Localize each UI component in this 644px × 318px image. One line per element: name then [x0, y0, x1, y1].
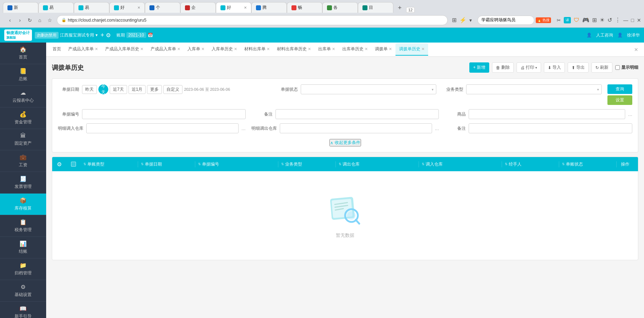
type-select[interactable] [466, 84, 602, 94]
tab-close-4[interactable]: ✕ [137, 6, 140, 10]
minimize-button[interactable]: — [623, 17, 628, 23]
shield-icon[interactable]: 🛡 [574, 17, 579, 23]
th-settings[interactable]: ⚙ [52, 161, 66, 168]
tab-close-material-out[interactable]: ✕ [267, 47, 270, 51]
sidebar-item-wages[interactable]: 💼 工资 [0, 150, 46, 172]
company-selector[interactable]: 勿删勿禁用 江西服宝测试专用 ▾ [35, 32, 98, 39]
browser-tab-9[interactable]: 畅 [287, 2, 322, 13]
refresh-button[interactable]: ↻ 刷新 [591, 62, 612, 73]
sidebar-item-invoice[interactable]: 🧾 发票管理 [0, 172, 46, 194]
tab-close-out-stock-history[interactable]: ✕ [365, 47, 368, 51]
tab-close-in-stock[interactable]: ✕ [201, 47, 204, 51]
browser-tab-4[interactable]: 好 ✕ [109, 2, 145, 13]
display-checkbox[interactable] [615, 65, 620, 70]
add-company-button[interactable]: + [100, 32, 104, 39]
print-button[interactable]: 🖨 打印 ▾ [517, 62, 541, 73]
tab-transfer-history[interactable]: 调拨单历史 ✕ [395, 43, 428, 56]
display-toggle[interactable]: 显示明细 [615, 65, 638, 71]
browser-tab-8[interactable]: 腾 [251, 2, 287, 13]
tab-product-in[interactable]: 产成品入库单 ✕ [65, 43, 102, 56]
address-bar[interactable]: 🔒 https://cloud.chanjet.com/accounting/u… [57, 15, 448, 25]
dropdown-icon[interactable]: ▾ [469, 17, 472, 23]
calendar-icon[interactable]: 📅 [148, 33, 153, 38]
export-button[interactable]: ⬆ 导出 [568, 62, 589, 73]
goods-dots-icon[interactable]: ... [628, 111, 632, 117]
th-in-warehouse[interactable]: ⇅ 调入仓库 [419, 161, 502, 167]
extensions-icon[interactable]: ⊞ [452, 17, 457, 23]
tab-close-transfer-history[interactable]: ✕ [421, 47, 425, 51]
sidebar-item-reports[interactable]: ☁ 云报表中心 [0, 86, 46, 107]
close-window-button[interactable]: ✕ [637, 17, 641, 23]
game-icon[interactable]: 🎮 [582, 17, 589, 23]
tab-in-stock[interactable]: 入库单 ✕ [184, 43, 208, 56]
browser-tab-2[interactable]: 易 [38, 2, 74, 13]
th-out-warehouse[interactable]: ⇅ 调出仓库 [336, 161, 419, 167]
detail-remark-input[interactable] [469, 123, 632, 133]
sidebar-item-archive[interactable]: 📁 归档管理 [0, 258, 46, 280]
tab-in-stock-history[interactable]: 入库单历史 ✕ [208, 43, 241, 56]
th-date[interactable]: ⇅ 单据日期 [138, 161, 196, 167]
th-handler[interactable]: ⇅ 经手人 [502, 161, 560, 167]
settings-filter-button[interactable]: 设置 [607, 95, 632, 105]
detail-in-dots-icon[interactable]: ... [241, 125, 246, 131]
tab-out-stock-history[interactable]: 出库单历史 ✕ [339, 43, 371, 56]
browser-tab-6[interactable]: 企 [180, 2, 216, 13]
more-button[interactable]: 更多 [147, 85, 162, 94]
yesterday-button[interactable]: 昨天 [82, 85, 97, 94]
refresh-button[interactable]: ↻ [26, 16, 34, 24]
sun-icon[interactable]: ☀ [600, 17, 605, 23]
menu-icon[interactable]: ⋮ [615, 17, 621, 23]
sidebar-item-fixed-assets[interactable]: 🏛 固定资产 [0, 129, 46, 150]
custom-button[interactable]: 自定义 [163, 85, 182, 94]
sidebar-item-settlement[interactable]: 📊 结账 [0, 237, 46, 258]
tab-close-product-in[interactable]: ✕ [95, 47, 98, 51]
new-tab-button[interactable]: + [395, 3, 405, 13]
back-button[interactable]: ‹ [6, 16, 14, 24]
sidebar-item-tax[interactable]: 📋 税务管理 [0, 215, 46, 237]
select-all-checkbox[interactable] [71, 162, 76, 167]
browser-tab-7[interactable]: 好 ✕ [216, 2, 251, 13]
sidebar-item-funds[interactable]: 💰 资金管理 [0, 107, 46, 129]
status-select-wrapper[interactable] [301, 84, 436, 94]
th-biz-type[interactable]: ⇅ 业务类型 [278, 161, 336, 167]
tab-close-material-out-history[interactable]: ✕ [308, 47, 311, 51]
search-input[interactable] [477, 16, 534, 25]
translate-icon[interactable]: 译 [564, 17, 571, 23]
th-number[interactable]: ⇅ 单据编号 [195, 161, 278, 167]
tab-close-7[interactable]: ✕ [244, 6, 247, 10]
th-status[interactable]: ⇅ 单账状态 [559, 161, 617, 167]
today-button[interactable]: 今天 [98, 84, 108, 94]
th-checkbox[interactable] [66, 162, 81, 167]
browser-tab-1[interactable]: 新 [3, 2, 38, 13]
tab-close-in-stock-history[interactable]: ✕ [234, 47, 237, 51]
7days-button[interactable]: 近7天 [110, 85, 127, 94]
cut-icon[interactable]: ✂ [557, 17, 561, 23]
detail-out-input[interactable] [280, 123, 432, 133]
tab-close-product-in-history[interactable]: ✕ [140, 47, 143, 51]
bookmark-button[interactable]: ☆ [45, 16, 54, 24]
tab-transfer[interactable]: 调拨单 ✕ [371, 43, 395, 56]
grid-icon[interactable]: ⊞ [592, 17, 597, 23]
home-button[interactable]: ⌂ [36, 16, 44, 24]
tab-home[interactable]: 首页 [49, 43, 65, 56]
browser-tab-10[interactable]: 各 [322, 2, 358, 13]
maximize-button[interactable]: □ [631, 17, 634, 23]
remark-input[interactable] [275, 109, 439, 119]
number-input[interactable] [82, 109, 246, 119]
th-type[interactable]: ⇅ 单账类型 [81, 161, 138, 167]
tab-product-in2[interactable]: 产成品入库单 ✕ [147, 43, 184, 56]
tab-close-product-in2[interactable]: ✕ [177, 47, 180, 51]
browser-tab-11[interactable]: 目 [358, 2, 393, 13]
settings-gear-icon[interactable]: ⚙ [57, 161, 62, 168]
sidebar-item-home[interactable]: 🏠 首页 [0, 43, 46, 64]
new-button[interactable]: + 新增 [469, 62, 489, 73]
browser-tab-3[interactable]: 易 [74, 2, 109, 13]
delete-button[interactable]: 🗑 删除 [492, 62, 514, 73]
close-all-tabs-button[interactable]: ✕ [631, 47, 641, 52]
type-select-wrapper[interactable] [466, 84, 602, 94]
forward-button[interactable]: › [16, 16, 24, 24]
sidebar-item-guide[interactable]: 📖 新手引导 [0, 302, 46, 318]
query-button[interactable]: 查询 [607, 84, 632, 94]
tab-out-stock[interactable]: 出库单 ✕ [315, 43, 339, 56]
tab-material-out[interactable]: 材料出库单 ✕ [241, 43, 273, 56]
